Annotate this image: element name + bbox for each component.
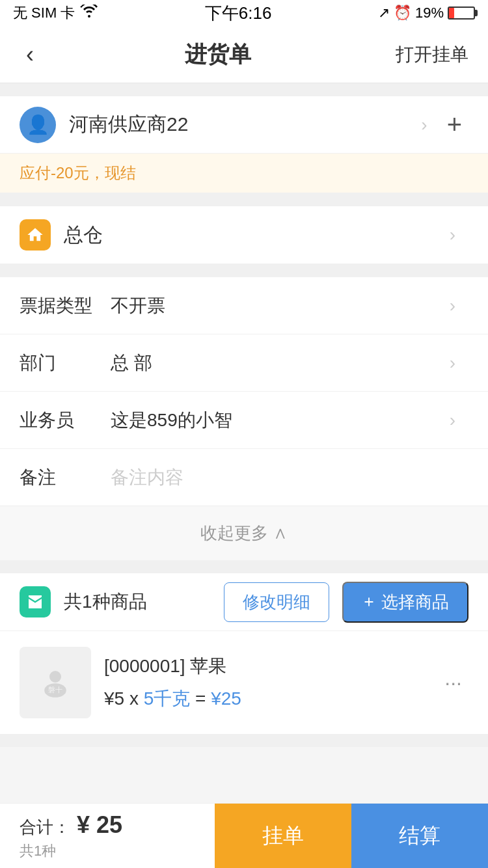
supplier-chevron-icon: › xyxy=(421,115,427,135)
nav-bar: ‹ 进货单 打开挂单 xyxy=(0,26,488,83)
supplier-name: 河南供应商22 xyxy=(69,111,421,138)
alarm-icon: ⏰ xyxy=(394,5,411,21)
supplier-avatar: 👤 xyxy=(20,107,56,143)
battery-icon xyxy=(448,7,475,20)
product-unit-price: ¥5 xyxy=(104,688,124,709)
department-label: 部门 xyxy=(20,351,111,375)
warehouse-card: 总仓 › xyxy=(0,206,488,264)
salesman-row[interactable]: 业务员 这是859的小智 › xyxy=(0,391,488,448)
status-time: 下午6:16 xyxy=(205,2,272,25)
products-card: 共1种商品 修改明细 选择商品 磐十 [0000001] xyxy=(0,573,488,734)
footer-total-amount: ¥ 25 xyxy=(77,811,122,839)
open-hang-button[interactable]: 打开挂单 xyxy=(396,42,468,67)
product-name: [0000001] 苹果 xyxy=(104,654,425,679)
footer-total-sub: 共1种 xyxy=(20,841,195,861)
ticket-type-value: 不开票 xyxy=(111,293,450,318)
department-value: 总 部 xyxy=(111,351,450,375)
ticket-type-label: 票据类型 xyxy=(20,293,111,318)
select-product-button[interactable]: 选择商品 xyxy=(342,582,468,623)
supplier-card: 👤 河南供应商22 › + 应付-20元，现结 xyxy=(0,96,488,193)
supplier-row[interactable]: 👤 河南供应商22 › + xyxy=(0,96,488,154)
products-header: 共1种商品 修改明细 选择商品 xyxy=(0,573,488,631)
ticket-type-row[interactable]: 票据类型 不开票 › xyxy=(0,277,488,334)
status-right: ↗ ⏰ 19% xyxy=(378,5,475,21)
product-id: [0000001] xyxy=(104,656,185,676)
status-bar: 无 SIM 卡 下午6:16 ↗ ⏰ 19% xyxy=(0,0,488,26)
product-title-name: 苹果 xyxy=(190,656,226,676)
warehouse-row[interactable]: 总仓 › xyxy=(0,206,488,264)
footer: 合计： ¥ 25 共1种 挂单 结算 xyxy=(0,803,488,868)
svg-point-0 xyxy=(49,671,61,683)
wifi-icon xyxy=(80,5,98,21)
remark-label: 备注 xyxy=(20,465,111,490)
products-icon xyxy=(20,586,51,617)
battery-percent: 19% xyxy=(415,5,444,21)
collapse-toggle-button[interactable]: 收起更多 ∧ xyxy=(0,506,488,560)
footer-total-label: 合计： xyxy=(20,816,70,839)
products-count-label: 共1种商品 xyxy=(64,590,211,614)
product-info: [0000001] 苹果 ¥5 x 5千克 = ¥25 xyxy=(104,654,425,711)
remark-row[interactable]: 备注 备注内容 xyxy=(0,448,488,506)
section-gap-5 xyxy=(0,734,488,747)
location-icon: ↗ xyxy=(378,5,390,21)
product-price: ¥5 x 5千克 = ¥25 xyxy=(104,686,425,711)
footer-total: 合计： ¥ 25 共1种 xyxy=(0,811,215,861)
back-button[interactable]: ‹ xyxy=(20,34,40,75)
product-item: 磐十 [0000001] 苹果 ¥5 x 5千克 = ¥25 ··· xyxy=(0,631,488,734)
add-supplier-button[interactable]: + xyxy=(441,110,468,139)
avatar-person-icon: 👤 xyxy=(27,114,49,135)
warehouse-chevron-icon: › xyxy=(450,224,455,245)
edit-detail-button[interactable]: 修改明细 xyxy=(224,582,329,622)
department-chevron-icon: › xyxy=(450,353,455,373)
warehouse-name: 总仓 xyxy=(64,222,450,249)
section-gap-2 xyxy=(0,193,488,206)
supplier-info-tag: 应付-20元，现结 xyxy=(0,154,488,193)
select-product-label: 选择商品 xyxy=(381,591,449,614)
remark-placeholder: 备注内容 xyxy=(111,465,468,490)
salesman-chevron-icon: › xyxy=(450,410,455,431)
salesman-value: 这是859的小智 xyxy=(111,408,450,433)
checkout-button[interactable]: 结算 xyxy=(351,804,488,869)
form-card: 票据类型 不开票 › 部门 总 部 › 业务员 这是859的小智 › 备注 备注… xyxy=(0,277,488,560)
page-title: 进货单 xyxy=(185,40,251,70)
network-label: 无 SIM 卡 xyxy=(13,3,75,23)
svg-text:磐十: 磐十 xyxy=(48,686,62,694)
product-more-button[interactable]: ··· xyxy=(438,664,468,701)
product-thumbnail: 磐十 xyxy=(20,647,91,718)
salesman-label: 业务员 xyxy=(20,408,111,433)
product-quantity: 5千克 xyxy=(144,688,191,709)
hang-order-button[interactable]: 挂单 xyxy=(215,804,351,869)
section-gap-4 xyxy=(0,560,488,573)
status-left: 无 SIM 卡 xyxy=(13,3,98,23)
section-gap-3 xyxy=(0,264,488,277)
warehouse-icon xyxy=(20,219,51,251)
product-total: ¥25 xyxy=(211,688,241,709)
department-row[interactable]: 部门 总 部 › xyxy=(0,334,488,391)
ticket-type-chevron-icon: › xyxy=(450,295,455,316)
section-gap-1 xyxy=(0,83,488,96)
